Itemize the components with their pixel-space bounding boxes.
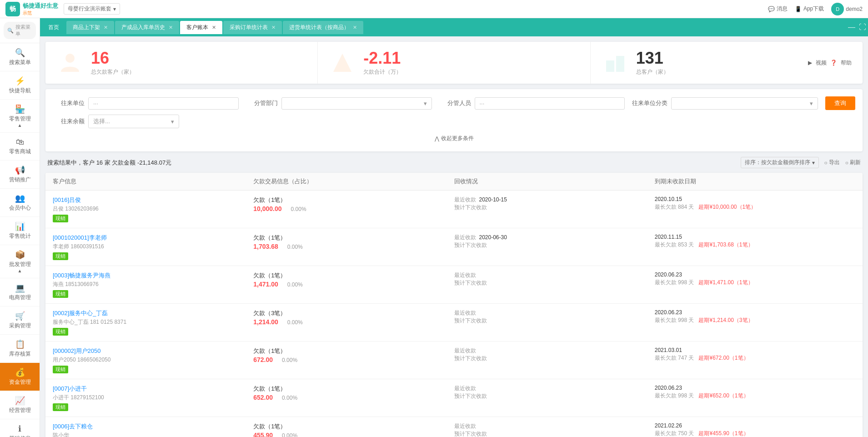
tab-close-icon[interactable]: ✕: [169, 25, 173, 30]
sidebar: 🔍 搜索菜单 🔍 搜索菜单 ⚡ 快捷导航 🏪 零售管理 ▲ 🛍 零售商城 📢 营…: [0, 18, 40, 437]
stat-card-total-customers: 131 总客户（家） ▶ 视频 ❓ 帮助: [591, 42, 863, 84]
tab-5[interactable]: 进货单统计表（按商品）✕: [283, 21, 363, 34]
debt-percent: 0.00%: [282, 395, 297, 401]
debt-customers-label: 总欠款客户（家）: [91, 68, 306, 76]
user-menu-button[interactable]: D demo2: [831, 3, 863, 15]
industry-label: 母婴行业演示账套: [68, 5, 111, 13]
sidebar-item-零售统计[interactable]: 📊 零售统计: [0, 217, 40, 245]
sidebar-item-采购管理[interactable]: 🛒 采购管理: [0, 306, 40, 335]
overdue-link[interactable]: 超期¥1,703.68（1笔）: [698, 241, 753, 248]
overdue-link[interactable]: 超期¥455.90（1笔）: [698, 430, 748, 437]
nav-expand-icon: ▲: [18, 123, 22, 128]
tab-close-icon[interactable]: ✕: [353, 25, 357, 30]
sidebar-item-快捷导航[interactable]: ⚡ 快捷导航: [0, 71, 40, 100]
filter-from-unit: 往来单位 ···: [53, 97, 239, 110]
dept-select[interactable]: ▾: [281, 97, 432, 110]
overdue-date: 2021.02.26: [655, 422, 855, 429]
app-download-button[interactable]: 📱 App下载: [795, 5, 824, 13]
person-input[interactable]: ···: [475, 97, 625, 110]
tab-0[interactable]: 首页: [42, 21, 65, 34]
recent-label: 最近收款: [454, 347, 477, 354]
customer-name[interactable]: [0016]吕俊: [53, 196, 253, 204]
tab-close-icon[interactable]: ✕: [104, 25, 108, 30]
sidebar-item-营销推广[interactable]: 📢 营销推广: [0, 161, 40, 189]
sidebar-item-会员中心[interactable]: 👥 会员中心: [0, 189, 40, 217]
next-recovery-label: 预计下次收款: [454, 241, 655, 249]
debt-count: 欠款（1笔）: [253, 422, 454, 431]
debt-count: 欠款（1笔）: [253, 271, 454, 280]
collapse-button[interactable]: ⋀ 收起更多条件: [53, 133, 855, 144]
sidebar-item-库存核算[interactable]: 📋 库存核算: [0, 335, 40, 363]
minimize-button[interactable]: —: [848, 23, 855, 31]
sidebar-item-零售商城[interactable]: 🛍 零售商城: [0, 133, 40, 161]
sort-select[interactable]: 排序：按欠款金额倒序排序 ▾: [741, 157, 819, 168]
nav-icon: 🛍: [16, 137, 24, 147]
sidebar-item-批发管理[interactable]: 📦 批发管理 ▲: [0, 245, 40, 278]
th-recovery: 回收情况: [454, 177, 655, 186]
data-table: 客户信息 欠款交易信息（占比） 回收情况 到期未收款日期 [0016]吕俊 吕俊…: [45, 173, 863, 437]
customer-name[interactable]: [0006]去下粮仓: [53, 422, 253, 431]
tab-label: 商品上下架: [73, 24, 100, 31]
unit-class-select[interactable]: ▾: [671, 97, 818, 110]
from-unit-input[interactable]: ···: [88, 97, 239, 110]
collapse-label: 收起更多条件: [441, 135, 474, 142]
customer-sub: 吕俊 13026203696: [53, 205, 253, 213]
stat-card-debt-customers: 16 总欠款客户（家）: [45, 42, 318, 84]
industry-selector[interactable]: 母婴行业演示账套 ▾: [64, 3, 120, 15]
nav-label: 营销推广: [9, 176, 31, 184]
tab-4[interactable]: 采购订单统计表✕: [223, 21, 282, 34]
sidebar-item-零售管理[interactable]: 🏪 零售管理 ▲: [0, 100, 40, 133]
export-label: 导出: [829, 159, 840, 166]
search-button[interactable]: 查询: [825, 96, 855, 110]
debt-cell: 欠款（3笔） 1,214.00 0.00%: [253, 309, 454, 326]
sidebar-nav: 🔍 搜索菜单 ⚡ 快捷导航 🏪 零售管理 ▲ 🛍 零售商城 📢 营销推广 👥 会…: [0, 43, 40, 437]
sort-label: 排序：按欠款金额倒序排序: [745, 159, 810, 166]
overdue-link[interactable]: 超期¥1,471.00（1笔）: [698, 279, 753, 286]
result-customer-count: 16: [96, 159, 103, 166]
export-button[interactable]: ○ 导出: [824, 159, 840, 166]
sidebar-item-基础信息[interactable]: ℹ 基础信息: [0, 419, 40, 437]
overdue-date: 2020.10.15: [655, 196, 855, 202]
tab-3[interactable]: 客户账本✕: [180, 21, 222, 34]
nav-label: 基础信息: [9, 435, 31, 437]
tab-close-icon[interactable]: ✕: [271, 25, 276, 30]
result-actions: 排序：按欠款金额倒序排序 ▾ ○ 导出 ○ 刷新: [741, 157, 861, 168]
customer-sub: 陈小华: [53, 432, 253, 437]
customer-name[interactable]: [000002]用户2050: [53, 347, 253, 355]
sidebar-item-资金管理[interactable]: 💰 资金管理: [0, 363, 40, 391]
th-debt: 欠款交易信息（占比）: [253, 177, 454, 186]
balance-select[interactable]: 选择... ▾: [88, 115, 179, 128]
table-row: [0002]服务中心_丁磊 服务中心_丁磊 181 0125 8371 现销 欠…: [45, 304, 863, 342]
overdue-date: 2020.06.23: [655, 271, 855, 278]
customer-name[interactable]: [0007]小进干: [53, 385, 253, 393]
customer-name[interactable]: [0002]服务中心_丁磊: [53, 309, 253, 317]
maximize-button[interactable]: ⛶: [859, 23, 866, 31]
recovery-info: 最近收款: [454, 271, 655, 279]
customer-name[interactable]: [0003]畅捷服务尹海燕: [53, 271, 253, 280]
refresh-button[interactable]: ○ 刷新: [845, 159, 861, 166]
overdue-link[interactable]: 超期¥1,214.00（3笔）: [698, 317, 753, 323]
stat-card-debt-total: -2.11 欠款合计（万）: [318, 42, 590, 84]
sidebar-item-经营管理[interactable]: 📈 经营管理: [0, 391, 40, 419]
overdue-days: 最长欠款 884 天 超期¥10,000.00（1笔）: [655, 203, 855, 211]
tab-1[interactable]: 商品上下架✕: [66, 21, 114, 34]
message-button[interactable]: 💬 消息: [768, 5, 788, 13]
customer-name[interactable]: [0001020001]李老师: [53, 234, 253, 242]
tab-2[interactable]: 产成品入库单历史✕: [115, 21, 179, 34]
overdue-link[interactable]: 超期¥672.00（1笔）: [698, 355, 748, 361]
tab-close-icon[interactable]: ✕: [212, 25, 216, 30]
sidebar-item-电商管理[interactable]: 💻 电商管理: [0, 278, 40, 306]
nav-icon: 💰: [15, 367, 25, 377]
recovery-cell: 最近收款 预计下次收款: [454, 347, 655, 362]
recent-label: 最近收款: [454, 423, 477, 429]
debt-customers-value: 16: [91, 50, 306, 66]
sidebar-item-搜索菜单[interactable]: 🔍 搜索菜单: [0, 43, 40, 71]
search-menu-input[interactable]: 🔍 搜索菜单: [4, 22, 36, 39]
help-icon: ❓: [830, 60, 837, 66]
customer-sub: 李老师 18600391516: [53, 243, 253, 251]
overdue-link[interactable]: 超期¥652.00（1笔）: [698, 392, 748, 399]
overdue-link[interactable]: 超期¥10,000.00（1笔）: [698, 204, 756, 210]
nav-label: 快捷导航: [9, 87, 31, 95]
recovery-info: 最近收款: [454, 385, 655, 392]
customer-tag: 现销: [53, 366, 68, 373]
